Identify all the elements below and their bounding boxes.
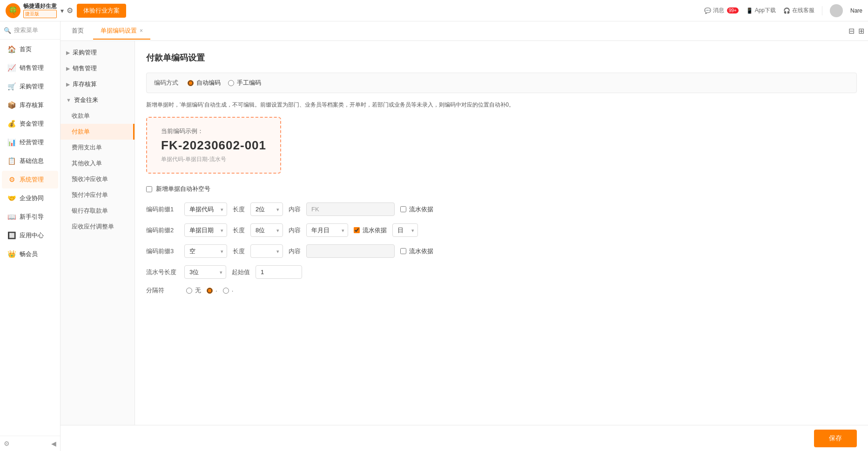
tab-settings[interactable]: 单据编码设置 ×	[93, 23, 150, 40]
sidebar-item-home[interactable]: 🏠 首页	[2, 40, 58, 58]
encoding-mode-section: 编码方式 自动编码 手工编码	[146, 73, 857, 93]
message-badge: 99+	[727, 7, 739, 13]
sidebar-item-sales[interactable]: 📈 销售管理	[2, 59, 58, 77]
sidebar-item-label-operation: 经营管理	[20, 138, 44, 147]
user-name: Nare	[850, 7, 862, 14]
sub-menu-other-income[interactable]: 其他收入单	[61, 155, 135, 171]
sidebar-settings-btn[interactable]: ⚙	[4, 440, 10, 447]
tab-home-label: 首页	[72, 27, 84, 35]
sidebar-item-inventory[interactable]: 📦 库存核算	[2, 96, 58, 114]
sub-menu-advance-receivable[interactable]: 预收冲应收单	[61, 171, 135, 187]
serial-length-label: 流水号长度	[146, 268, 179, 276]
length3-select[interactable]: 2位 4位 6位 8位	[250, 244, 283, 258]
search-menu-label: 搜索菜单	[14, 26, 38, 34]
tab-close-btn[interactable]: ×	[140, 27, 143, 34]
sidebar-item-operation[interactable]: 📊 经营管理	[2, 134, 58, 151]
length2-select[interactable]: 2位 4位 6位 8位	[250, 223, 283, 237]
start-value-label: 起始值	[232, 268, 250, 276]
prefix1-select-wrapper: 单据代码 单据日期 部门 业务员 空 ▾	[184, 202, 227, 216]
sidebar-item-member[interactable]: 👑 畅会员	[2, 245, 58, 263]
content3-label: 内容	[289, 247, 301, 256]
nav-gear-btn[interactable]: ⚙	[67, 6, 73, 15]
sidebar-item-label-guide: 新手引导	[20, 213, 44, 221]
page-title: 付款单编码设置	[146, 52, 857, 63]
online-service-btn[interactable]: 🎧 在线客服	[783, 7, 814, 14]
nav-arrow-btn[interactable]: ▾	[61, 7, 64, 14]
app-icon: 📱	[746, 7, 753, 14]
encoding-radio-group: 自动编码 手工编码	[188, 79, 261, 87]
sidebar-item-guide[interactable]: 📖 新手引导	[2, 208, 58, 226]
topbar: 🍀 畅捷通好生意 捷豆版 ▾ ⚙ 体验行业方案 💬 消息 99+ 📱 App下载…	[0, 0, 868, 21]
app-download-label: App下载	[755, 7, 776, 14]
sub-menu-capital: ▼ 资金往来 收款单 付款单 费用支出单 其他收入单 预收冲应收单 预付冲应付单…	[61, 92, 135, 235]
sub-menu-capital-header[interactable]: ▼ 资金往来	[61, 92, 135, 108]
sales-arrow-icon: ▶	[66, 66, 70, 72]
sub-menu-sales-label: 销售管理	[73, 64, 97, 73]
auto-fill-checkbox[interactable]	[146, 186, 152, 192]
serial3-checkbox[interactable]	[400, 248, 406, 254]
start-value-input[interactable]	[256, 265, 302, 279]
sub-menu-advance-payable[interactable]: 预付冲应付单	[61, 187, 135, 203]
app-download-btn[interactable]: 📱 App下载	[746, 7, 776, 14]
manual-encoding-option[interactable]: 手工编码	[228, 79, 261, 87]
serial3-checkbox-label[interactable]: 流水依据	[400, 247, 433, 256]
sub-menu-receipt[interactable]: 收款单	[61, 108, 135, 124]
sub-menu-purchase-header[interactable]: ▶ 采购管理	[61, 45, 135, 61]
sep-dot-option[interactable]: ·	[223, 287, 234, 294]
sidebar-collapse-btn[interactable]: ◀	[51, 440, 56, 447]
tabbar-maximize-btn[interactable]: ⊞	[858, 27, 864, 35]
save-button[interactable]: 保存	[814, 430, 857, 447]
sub-menu-bank-deposit[interactable]: 银行存取款单	[61, 203, 135, 219]
sidebar-item-label-enterprise: 企业协同	[20, 194, 44, 202]
sub-menu-receivable-adjust[interactable]: 应收应付调整单	[61, 219, 135, 235]
tab-home[interactable]: 首页	[64, 23, 91, 40]
serial2-checkbox[interactable]	[354, 227, 360, 233]
sub-menu-inventory-header[interactable]: ▶ 库存核算	[61, 76, 135, 92]
manual-encoding-label: 手工编码	[237, 79, 261, 87]
headset-icon: 🎧	[783, 7, 790, 14]
sidebar-item-system[interactable]: ⚙ 系统管理	[2, 171, 58, 188]
length1-select[interactable]: 2位 4位 6位 8位	[250, 202, 283, 216]
content2-select[interactable]: 年月日 年月 年	[306, 223, 348, 237]
try-industry-btn[interactable]: 体验行业方案	[77, 4, 126, 18]
auto-encoding-radio[interactable]	[188, 80, 194, 86]
serial2-label: 流水依据	[363, 226, 387, 235]
sub-menu-payment[interactable]: 付款单	[61, 124, 135, 140]
form-main: 付款单编码设置 编码方式 自动编码 手工编码	[135, 41, 868, 425]
serial2-checkbox-label[interactable]: 流水依据	[354, 226, 387, 235]
prefix3-select[interactable]: 单据代码 单据日期 部门 业务员 空	[184, 244, 227, 258]
basic-icon: 📋	[7, 157, 16, 165]
serial-length-select[interactable]: 3位 4位 5位 6位	[184, 265, 226, 279]
sub-menu-expense[interactable]: 费用支出单	[61, 140, 135, 155]
purchase-arrow-icon: ▶	[66, 50, 70, 56]
tabbar-minimize-btn[interactable]: ⊟	[848, 27, 855, 35]
message-btn[interactable]: 💬 消息 99+	[704, 7, 739, 14]
sep-none-option[interactable]: 无	[186, 286, 201, 295]
sidebar-item-enterprise[interactable]: 🤝 企业协同	[2, 189, 58, 207]
length3-select-wrapper: 2位 4位 6位 8位 ▾	[250, 244, 283, 258]
topbar-logo: 🍀 畅捷通好生意 捷豆版	[6, 3, 57, 19]
sep-dot-radio[interactable]	[223, 288, 229, 294]
sep-dash-option[interactable]: ·	[207, 287, 217, 294]
logo-icon: 🍀	[6, 3, 20, 18]
serial1-checkbox[interactable]	[400, 206, 406, 212]
sidebar-item-appstore[interactable]: 🔲 应用中心	[2, 227, 58, 244]
length2-select-wrapper: 2位 4位 6位 8位 ▾	[250, 223, 283, 237]
sep-none-radio[interactable]	[186, 288, 192, 294]
sidebar-item-finance[interactable]: 💰 资金管理	[2, 115, 58, 133]
search-menu-btn[interactable]: 🔍 搜索菜单	[0, 21, 60, 40]
serial1-checkbox-label[interactable]: 流水依据	[400, 205, 433, 214]
sidebar-item-purchase[interactable]: 🛒 采购管理	[2, 78, 58, 95]
sidebar-item-basic[interactable]: 📋 基础信息	[2, 152, 58, 170]
sub-menu-sales-header[interactable]: ▶ 销售管理	[61, 61, 135, 76]
manual-encoding-radio[interactable]	[228, 80, 234, 86]
day-select[interactable]: 日 月 年	[392, 223, 418, 237]
sep-dot-label: ·	[232, 287, 234, 294]
message-icon: 💬	[704, 7, 711, 14]
sep-dash-radio[interactable]	[207, 288, 213, 294]
content1-input	[306, 202, 395, 216]
member-icon: 👑	[7, 250, 16, 258]
auto-encoding-option[interactable]: 自动编码	[188, 79, 221, 87]
prefix1-select[interactable]: 单据代码 单据日期 部门 业务员 空	[184, 202, 227, 216]
prefix2-select[interactable]: 单据代码 单据日期 部门 业务员 空	[184, 223, 227, 237]
